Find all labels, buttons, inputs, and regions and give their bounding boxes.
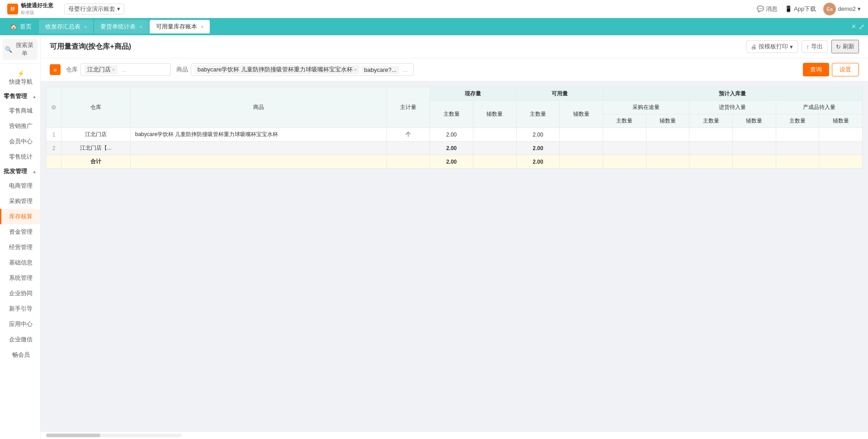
row1-no: 1: [47, 128, 61, 142]
tab-available-stock-close[interactable]: ×: [201, 24, 203, 29]
fullscreen-btn[interactable]: ⤢: [859, 23, 864, 31]
summary-production-aux: [819, 155, 863, 169]
product-tag1-remove[interactable]: ×: [354, 67, 357, 72]
product-tag1-value: babycare学饮杯 儿童防摔防撞吸管杯重力球吸嘴杯宝宝水杯: [198, 66, 353, 74]
nav-tabs: 🏠 首页 收发存汇总表 × 要货单统计表 × 可用量库存账本 × × ⤢: [0, 18, 868, 35]
search-icon: 🔍: [5, 46, 12, 53]
row2-arrival-main: [689, 142, 733, 155]
sidebar-item-finance[interactable]: 资金管理: [0, 224, 40, 240]
tab-receive-send[interactable]: 收发存汇总表 ×: [39, 20, 93, 33]
row1-stock-main: 2.00: [430, 128, 473, 142]
th-arrival-group: 进货待入量: [689, 101, 776, 114]
sidebar-item-member2[interactable]: 畅会员: [0, 347, 40, 363]
sidebar: 🔍 搜索菜单 ⚡ 快捷导航 零售管理 ▲ 零售商城 营销推广 会员中心: [0, 35, 41, 439]
tab-order-stats-close[interactable]: ×: [139, 24, 142, 29]
filter-toggle-btn[interactable]: »: [50, 64, 61, 75]
newguide-label: 新手引导: [9, 305, 33, 313]
settings-icon[interactable]: ⚙: [51, 104, 57, 111]
summary-production-main: [776, 155, 819, 169]
message-btn[interactable]: 💬 消息: [757, 5, 778, 13]
sidebar-item-wechat[interactable]: 企业微信: [0, 332, 40, 347]
sidebar-item-newguide[interactable]: 新手引导: [0, 301, 40, 316]
app-download-label: App下载: [794, 5, 816, 13]
row1-production-aux: [819, 128, 863, 142]
row2-arrival-aux: [732, 142, 776, 155]
scrollbar-track[interactable]: [46, 434, 182, 437]
product-more[interactable]: ...: [401, 66, 410, 73]
sidebar-item-retail-stats[interactable]: 零售统计: [0, 149, 40, 165]
sidebar-item-quick-nav[interactable]: ⚡ 快捷导航: [0, 66, 40, 90]
warehouse-tag-value: 江北门店: [87, 66, 111, 74]
template-print-btn[interactable]: 🖨 按模板打印 ▾: [746, 40, 798, 53]
sidebar-item-inventory[interactable]: 库存核算: [0, 209, 40, 224]
search-menu-btn[interactable]: 🔍 搜索菜单: [3, 39, 38, 60]
sidebar-item-basics[interactable]: 基础信息: [0, 255, 40, 270]
operations-label: 经营管理: [9, 243, 33, 251]
summary-stock-main: 2.00: [430, 155, 473, 169]
sidebar-item-appcenter[interactable]: 应用中心: [0, 316, 40, 332]
marketing-label: 营销推广: [9, 122, 33, 130]
row2-warehouse: 江北门店【...: [61, 142, 131, 155]
scrollbar-thumb[interactable]: [46, 434, 100, 437]
wholesale-label: 批发管理: [4, 167, 27, 175]
th-stock-aux: 辅数量: [473, 101, 516, 128]
summary-purchase-main: [603, 155, 646, 169]
row1-unit: 个: [387, 128, 430, 142]
tab-order-stats[interactable]: 要货单统计表 ×: [94, 20, 148, 33]
product-input[interactable]: babycare学饮杯 儿童防摔防撞吸管杯重力球吸嘴杯宝宝水杯 × babyca…: [191, 63, 414, 76]
filter-product-field: 商品 babycare学饮杯 儿童防摔防撞吸管杯重力球吸嘴杯宝宝水杯 × bab…: [176, 63, 414, 76]
warehouse-more[interactable]: ...: [119, 66, 128, 73]
sidebar-item-marketing[interactable]: 营销推广: [0, 118, 40, 134]
enterprise-label: 企业协同: [9, 289, 33, 297]
export-icon: ↑: [807, 43, 810, 50]
phone-icon: 📱: [785, 5, 792, 12]
th-settings[interactable]: ⚙: [47, 87, 61, 128]
tab-receive-send-close[interactable]: ×: [84, 24, 87, 29]
sidebar-group-retail[interactable]: 零售管理 ▲: [0, 90, 40, 103]
member2-label: 畅会员: [12, 351, 30, 359]
user-menu[interactable]: Ea demo2 ▾: [823, 3, 861, 15]
row2-stock-aux: [473, 142, 516, 155]
summary-label: 合计: [61, 155, 131, 169]
query-btn[interactable]: 查询: [803, 63, 829, 76]
row1-avail-main: 2.00: [516, 128, 560, 142]
top-bar-left: 好 畅捷通好生意 标准版 母婴行业演示账套 ▾: [7, 2, 124, 16]
tab-home[interactable]: 🏠 首页: [4, 20, 38, 33]
sidebar-search: 🔍 搜索菜单: [0, 35, 40, 64]
th-purchase-main: 主数量: [603, 114, 646, 128]
page-header: 可用量查询(按仓库+商品) 🖨 按模板打印 ▾ ↑ 导出 ↻ 刷新: [41, 35, 868, 58]
template-print-label: 按模板打印: [759, 42, 788, 51]
sidebar-item-system[interactable]: 系统管理: [0, 270, 40, 286]
th-purchase-aux: 辅数量: [646, 114, 689, 128]
refresh-btn[interactable]: ↻ 刷新: [831, 40, 859, 53]
app-download-btn[interactable]: 📱 App下载: [785, 5, 816, 13]
page-title: 可用量查询(按仓库+商品): [50, 42, 131, 52]
inventory-label: 库存核算: [9, 212, 33, 221]
sidebar-nav: ⚡ 快捷导航 零售管理 ▲ 零售商城 营销推广 会员中心 零售统计 批发管理 ▲: [0, 64, 40, 365]
sidebar-item-retail-shop[interactable]: 零售商城: [0, 103, 40, 118]
sidebar-group-wholesale[interactable]: 批发管理 ▲: [0, 165, 40, 178]
warehouse-input[interactable]: 江北门店 × ...: [80, 63, 171, 76]
sidebar-item-ecommerce[interactable]: 电商管理: [0, 178, 40, 194]
sidebar-item-operations[interactable]: 经营管理: [0, 240, 40, 255]
th-purchase-group: 采购在途量: [603, 101, 689, 114]
sidebar-item-purchase[interactable]: 采购管理: [0, 194, 40, 209]
setting-btn[interactable]: 设置: [832, 63, 859, 76]
summary-purchase-aux: [646, 155, 689, 169]
brand-logo: 好 畅捷通好生意 标准版: [7, 2, 53, 16]
row1-production-main: [776, 128, 819, 142]
warehouse-tag-remove[interactable]: ×: [112, 67, 115, 72]
export-btn[interactable]: ↑ 导出: [802, 40, 828, 53]
summary-empty2: [130, 155, 387, 169]
tab-available-stock[interactable]: 可用量库存账本 ×: [150, 20, 210, 33]
sidebar-item-enterprise[interactable]: 企业协同: [0, 286, 40, 301]
member-label: 会员中心: [9, 137, 33, 146]
th-warehouse: 仓库: [61, 87, 131, 128]
tab-home-label: 首页: [20, 23, 32, 31]
product-tag1: babycare学饮杯 儿童防摔防撞吸管杯重力球吸嘴杯宝宝水杯 ×: [195, 65, 360, 74]
industry-selector[interactable]: 母婴行业演示账套 ▾: [64, 4, 124, 14]
sidebar-item-member[interactable]: 会员中心: [0, 134, 40, 149]
retail-arrow-icon: ▲: [32, 94, 37, 99]
nav-tabs-actions: × ⤢: [852, 23, 864, 31]
close-all-tabs-btn[interactable]: ×: [852, 23, 856, 31]
